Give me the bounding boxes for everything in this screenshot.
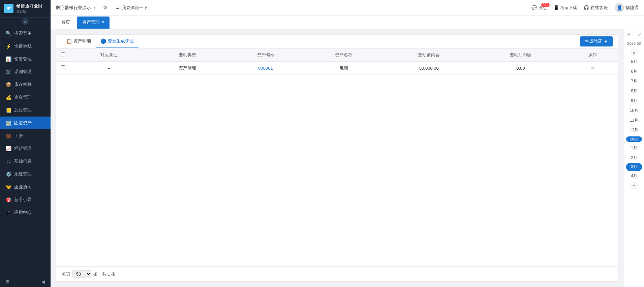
month-list: ▲5月6月7月8月9月10月11月12月20231月2月3月4月▼ (624, 47, 644, 287)
sidebar-item-system[interactable]: ⚙️ 系统管理 (0, 168, 51, 181)
month-item-2022-9月[interactable]: 9月 (624, 96, 644, 106)
sidebar: 财 畅捷通好业财 普及版 ▲ 🔍 搜索菜单 ⚡ 快捷导航 📊 销售管理 🛒 采购… (0, 0, 51, 287)
row-checkbox-cell (56, 62, 70, 75)
month-scroll-up-button[interactable]: ▲ (624, 47, 644, 57)
sidebar-item-ledger[interactable]: 📒 总账管理 (0, 104, 51, 117)
sidebar-item-operations[interactable]: 📈 经营管理 (0, 142, 51, 155)
sidebar-footer: ⚙ ◀ (0, 276, 51, 287)
sidebar-item-funds[interactable]: 💰 资金管理 (0, 91, 51, 104)
user-profile-button[interactable]: 👤 畅捷通 (615, 3, 639, 12)
month-item-2022-5月[interactable]: 5月 (624, 57, 644, 67)
online-service-label: 在线客服 (590, 5, 608, 11)
sidebar-label-ledger: 总账管理 (14, 107, 32, 113)
sub-tab-icon-detail: 📋 (66, 38, 72, 44)
sidebar-item-salary[interactable]: 💼 工资 (0, 129, 51, 142)
sidebar-item-inventory[interactable]: 📦 库存核算 (0, 78, 51, 91)
basicinfo-icon: 🗂 (5, 158, 11, 164)
row-action-0: 🗑 (566, 62, 618, 75)
row-before-0: 50,000.00 (383, 62, 475, 75)
sub-tab-detail[interactable]: 📋 资产明细 (62, 35, 96, 48)
appcenter-icon: 📱 (5, 210, 11, 216)
sidebar-item-basicinfo[interactable]: 🗂 基础信息 (0, 155, 51, 168)
per-page-prefix: 每页 (62, 271, 70, 277)
generate-voucher-button[interactable]: 生成凭证 ▼ (580, 36, 613, 46)
sub-tab-label-voucher: 变更生成凭证 (108, 38, 134, 44)
sidebar-label-appcenter: 应用中心 (14, 210, 32, 216)
tab-home[interactable]: 首页 (56, 17, 75, 29)
message-button[interactable]: 💬 消息 99+ (531, 5, 547, 11)
sidebar-item-cooperation[interactable]: 🤝 企业协同 (0, 181, 51, 193)
sidebar-label-search: 搜索菜单 (14, 30, 32, 36)
panel-expand-button[interactable]: ⤢ (637, 32, 641, 37)
message-icon: 💬 (531, 5, 537, 10)
app-download-button[interactable]: 📱 App下载 (554, 5, 577, 11)
delete-row-0-button[interactable]: 🗑 (590, 65, 595, 71)
tab-assets[interactable]: 资产管理× (77, 17, 110, 29)
row-after-0: 0.00 (475, 62, 566, 75)
collapse-icon[interactable]: ◀ (41, 279, 45, 284)
sidebar-item-fixedassets[interactable]: 🏢 固定资产 (0, 117, 51, 129)
month-item-2022-11月[interactable]: 11月 (624, 116, 644, 125)
scroll-up-circle: ▲ (631, 49, 638, 56)
sidebar-label-operations: 经营管理 (14, 146, 32, 152)
sidebar-item-guide[interactable]: 🎯 新手引导 (0, 193, 51, 206)
main-panel: 📋 资产明细 🔵 变更生成凭证 生成凭证 ▼ 对应凭证变动类型资产编号资产名称变… (51, 29, 624, 287)
ledger-icon: 📒 (5, 107, 11, 113)
sub-tab-label-detail: 资产明细 (73, 38, 91, 44)
tab-label-home: 首页 (61, 19, 70, 25)
tab-label-assets: 资产管理 (82, 19, 100, 25)
total-count: 条，共 1 条 (93, 271, 116, 277)
sub-tab-icon-voucher: 🔵 (100, 38, 106, 44)
sidebar-label-cooperation: 企业协同 (14, 184, 32, 190)
row-checkbox-0[interactable] (61, 65, 65, 70)
month-item-2022-7月[interactable]: 7月 (624, 76, 644, 86)
settings-icon[interactable]: ⚙ (5, 279, 10, 284)
service-icon: 🎧 (584, 5, 589, 10)
month-item-2023-2月[interactable]: 2月 (624, 153, 644, 163)
logo-title: 畅捷通好业财 (16, 3, 42, 9)
experience-label: 我要体验一下 (122, 5, 148, 11)
row-type-0: 资产清理 (148, 62, 226, 75)
col-header-type: 变动类型 (148, 49, 226, 62)
sidebar-scroll-up[interactable]: ▲ (22, 18, 29, 25)
col-header-voucher: 对应凭证 (70, 49, 148, 62)
scroll-down-circle: ▼ (631, 182, 638, 189)
month-item-2022-10月[interactable]: 10月 (624, 106, 644, 116)
sidebar-label-purchase: 采购管理 (14, 69, 32, 75)
company-selector[interactable]: 医疗器械行业演示 ▼ (56, 5, 96, 11)
sidebar-label-funds: 资金管理 (14, 94, 32, 100)
sidebar-item-quicknav[interactable]: ⚡ 快捷导航 (0, 40, 51, 53)
month-item-2022-6月[interactable]: 6月 (624, 67, 644, 76)
table-header: 对应凭证变动类型资产编号资产名称变动前内容变动后内容操作 (56, 49, 618, 62)
sidebar-label-guide: 新手引导 (14, 197, 32, 203)
sales-icon: 📊 (5, 56, 11, 62)
month-item-2023-3月[interactable]: 3月 (626, 163, 642, 171)
tab-close-assets[interactable]: × (102, 20, 104, 25)
online-service-button[interactable]: 🎧 在线客服 (584, 5, 608, 11)
per-page-select[interactable]: 102050100 (72, 270, 91, 278)
app-download-label: App下载 (560, 5, 577, 11)
sidebar-label-quicknav: 快捷导航 (14, 43, 32, 49)
sidebar-item-search[interactable]: 🔍 搜索菜单 (0, 27, 51, 40)
salary-icon: 💼 (5, 133, 11, 139)
company-settings-button[interactable]: ⚙ (100, 3, 110, 12)
sidebar-item-sales[interactable]: 📊 销售管理 (0, 53, 51, 65)
experience-button[interactable]: ☁ 我要体验一下 (115, 5, 148, 11)
month-item-2023-4月[interactable]: 4月 (624, 171, 644, 181)
sub-tab-voucher[interactable]: 🔵 变更生成凭证 (96, 35, 139, 48)
system-icon: ⚙️ (5, 171, 11, 177)
logo-text-block: 畅捷通好业财 普及版 (16, 3, 42, 14)
sidebar-label-inventory: 库存核算 (14, 82, 32, 88)
message-badge: 99+ (541, 3, 550, 7)
month-item-2022-12月[interactable]: 12月 (624, 125, 644, 135)
col-header-action: 操作 (566, 49, 618, 62)
select-all-checkbox[interactable] (61, 52, 65, 57)
month-scroll-down-button[interactable]: ▼ (624, 181, 644, 190)
sidebar-item-purchase[interactable]: 🛒 采购管理 (0, 65, 51, 78)
month-item-2022-8月[interactable]: 8月 (624, 86, 644, 96)
row-name-0: 电脑 (305, 62, 383, 75)
col-header-number: 资产编号 (226, 49, 305, 62)
panel-close-button[interactable]: ✕ (627, 32, 631, 37)
month-item-2023-1月[interactable]: 1月 (624, 143, 644, 153)
sidebar-item-appcenter[interactable]: 📱 应用中心 (0, 206, 51, 219)
